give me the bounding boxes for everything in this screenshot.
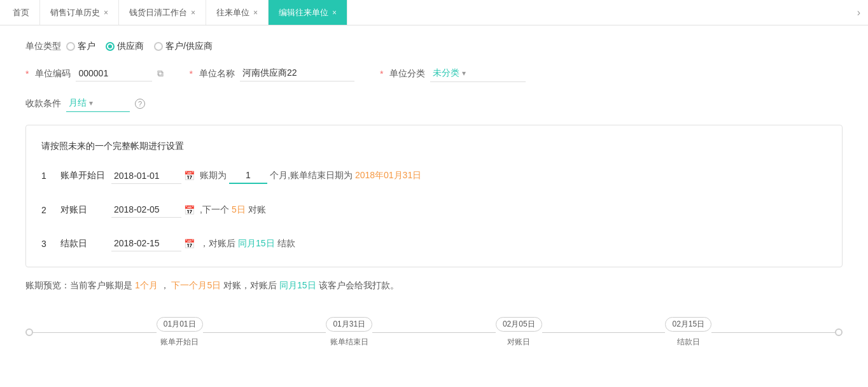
timeline-node-3: 02月15日结款日 bbox=[665, 317, 711, 348]
unit-name-label: 单位名称 bbox=[199, 68, 235, 80]
preview-suffix: 该客户会给我打款。 bbox=[319, 280, 399, 290]
tab-item-4[interactable]: 编辑往来单位× bbox=[269, 0, 347, 25]
timeline-node-label-0: 账单开始日 bbox=[160, 337, 199, 348]
unit-type-row: 单位类型 客户供应商客户/供应商 bbox=[25, 41, 843, 52]
unit-name-input[interactable] bbox=[240, 66, 354, 81]
tab-item-3[interactable]: 往来单位× bbox=[206, 0, 269, 25]
payment-label: 收款条件 bbox=[25, 98, 61, 109]
tab-label-2: 钱货日清工作台 bbox=[129, 7, 187, 18]
timeline-spacer-final bbox=[711, 332, 835, 333]
period-section: 请按照未来的一个完整帐期进行设置 1 账单开始日 📅 账期为 个月,账单结束日期… bbox=[25, 125, 843, 267]
timeline-row: 01月01日账单开始日01月31日账单结束日02月05日对账日02月15日结款日 bbox=[25, 309, 843, 348]
radio-label-0: 客户 bbox=[78, 41, 95, 52]
unit-code-field: * 单位编码 ⧉ bbox=[25, 66, 164, 81]
unit-type-radio-group: 客户供应商客户/供应商 bbox=[66, 41, 213, 52]
preview-text: 账期预览：当前客户账期是 1个月 ， 下一个月5日 对账，对账后 同月15日 该… bbox=[25, 280, 843, 292]
unit-code-input[interactable] bbox=[76, 66, 152, 81]
period-1-suffix-before: 账期为 bbox=[200, 170, 227, 181]
tab-close-2[interactable]: × bbox=[191, 8, 195, 17]
timeline-node-label-3: 结款日 bbox=[677, 337, 700, 348]
period-1-suffix: 账期为 个月,账单结束日期为 2018年01月31日 bbox=[200, 167, 421, 184]
period-row-2: 2 对账日 📅 ,下一个 5日 对账 bbox=[41, 202, 827, 218]
tab-more-button[interactable]: › bbox=[850, 7, 868, 18]
payment-value: 月结 bbox=[69, 97, 87, 109]
period-2-suffix: ,下一个 5日 对账 bbox=[200, 204, 266, 216]
timeline: 01月01日账单开始日01月31日账单结束日02月05日对账日02月15日结款日 bbox=[25, 309, 843, 348]
unit-code-label: 单位编码 bbox=[35, 68, 71, 80]
unit-category-select[interactable]: 未分类 ▾ bbox=[430, 65, 526, 82]
tab-close-1[interactable]: × bbox=[104, 8, 108, 17]
period-2-highlight: 5日 bbox=[232, 204, 246, 216]
unit-code-star: * bbox=[25, 69, 29, 79]
period-2-date[interactable] bbox=[111, 202, 181, 218]
period-3-suffix: ，对账后 同月15日 结款 bbox=[200, 238, 295, 250]
radio-label-1: 供应商 bbox=[117, 41, 144, 52]
period-2-cal-icon[interactable]: 📅 bbox=[184, 205, 195, 215]
unit-info-row: * 单位编码 ⧉ * 单位名称 * 单位分类 未分类 ▾ bbox=[25, 65, 843, 82]
payment-help-icon[interactable]: ? bbox=[135, 99, 145, 109]
unit-type-field: 单位类型 客户供应商客户/供应商 bbox=[25, 41, 213, 52]
tab-item-2[interactable]: 钱货日清工作台× bbox=[119, 0, 206, 25]
preview-part1: 1个月 bbox=[135, 280, 158, 290]
preview-part3: 同月15日 bbox=[279, 280, 316, 290]
timeline-right-dot bbox=[835, 328, 843, 336]
preview-prefix: 账期预览：当前客户账期是 bbox=[25, 280, 132, 290]
tab-label-4: 编辑往来单位 bbox=[279, 7, 328, 18]
period-3-highlight: 同月15日 bbox=[238, 238, 275, 250]
unit-category-value: 未分类 bbox=[433, 67, 459, 79]
section-title: 请按照未来的一个完整帐期进行设置 bbox=[41, 141, 827, 152]
tab-item-1[interactable]: 销售订单历史× bbox=[40, 0, 119, 25]
tab-label-3: 往来单位 bbox=[216, 7, 249, 18]
tab-label-1: 销售订单历史 bbox=[50, 7, 100, 18]
tab-close-3[interactable]: × bbox=[253, 8, 258, 17]
period-1-cal-icon[interactable]: 📅 bbox=[184, 171, 195, 181]
period-1-num: 1 bbox=[41, 171, 60, 181]
radio-circle-0 bbox=[66, 42, 75, 51]
main-content: 单位类型 客户供应商客户/供应商 * 单位编码 ⧉ * 单位名称 * 单位分类 … bbox=[0, 25, 868, 387]
timeline-node-label-2: 对账日 bbox=[507, 337, 530, 348]
payment-row: 收款条件 月结 ▾ ? bbox=[25, 95, 843, 112]
radio-circle-1 bbox=[106, 42, 115, 51]
period-1-end-date: 2018年01月31日 bbox=[355, 170, 421, 181]
period-row-3: 3 结款日 📅 ，对账后 同月15日 结款 bbox=[41, 236, 827, 251]
period-3-suffix-before: ，对账后 bbox=[200, 238, 235, 250]
timeline-badge-2: 02月05日 bbox=[496, 317, 542, 332]
radio-item-0[interactable]: 客户 bbox=[66, 41, 95, 52]
period-2-num: 2 bbox=[41, 205, 60, 215]
unit-name-field: * 单位名称 bbox=[189, 66, 354, 81]
period-3-date[interactable] bbox=[111, 236, 181, 251]
preview-comma: ， bbox=[160, 280, 169, 290]
preview-part2: 下一个月5日 bbox=[171, 280, 221, 290]
timeline-badge-3: 02月15日 bbox=[665, 317, 711, 332]
period-2-label: 对账日 bbox=[60, 204, 111, 216]
period-3-cal-icon[interactable]: 📅 bbox=[184, 239, 195, 249]
period-1-date[interactable] bbox=[111, 168, 181, 184]
timeline-badge-1: 01月31日 bbox=[326, 317, 372, 332]
unit-name-star: * bbox=[189, 69, 192, 79]
tab-label-0: 首页 bbox=[13, 7, 29, 18]
unit-category-chevron: ▾ bbox=[462, 69, 466, 78]
unit-code-copy-icon[interactable]: ⧉ bbox=[157, 68, 164, 79]
period-1-num-input[interactable] bbox=[229, 167, 267, 184]
timeline-spacer-2 bbox=[372, 332, 496, 333]
period-3-label: 结款日 bbox=[60, 238, 111, 250]
radio-item-1[interactable]: 供应商 bbox=[106, 41, 144, 52]
timeline-left-dot bbox=[25, 328, 33, 336]
period-2-suffix-before: ,下一个 bbox=[200, 204, 229, 216]
unit-category-star: * bbox=[380, 69, 383, 79]
period-3-suffix-after: 结款 bbox=[277, 238, 295, 250]
unit-type-label: 单位类型 bbox=[25, 41, 61, 52]
preview-middle: 对账，对账后 bbox=[223, 280, 277, 290]
payment-select[interactable]: 月结 ▾ bbox=[66, 95, 130, 112]
period-3-num: 3 bbox=[41, 239, 60, 249]
payment-chevron: ▾ bbox=[89, 99, 93, 108]
timeline-spacer-3 bbox=[542, 332, 666, 333]
period-1-suffix-unit: 个月,账单结束日期为 bbox=[270, 170, 353, 181]
period-2-suffix-after: 对账 bbox=[248, 204, 266, 216]
unit-category-label: 单位分类 bbox=[389, 68, 425, 80]
tab-item-0[interactable]: 首页 bbox=[0, 0, 40, 25]
tab-close-4[interactable]: × bbox=[332, 8, 337, 17]
timeline-node-label-1: 账单结束日 bbox=[330, 337, 368, 348]
radio-item-2[interactable]: 客户/供应商 bbox=[154, 41, 213, 52]
period-row-1: 1 账单开始日 📅 账期为 个月,账单结束日期为 2018年01月31日 bbox=[41, 167, 827, 184]
